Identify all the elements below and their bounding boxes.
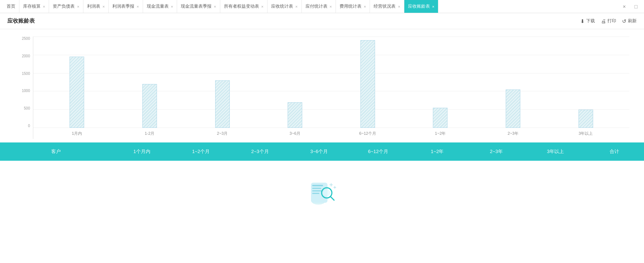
tab-利润表季报[interactable]: 利润表季报 × bbox=[109, 0, 143, 13]
tab-close-icon[interactable]: × bbox=[214, 4, 216, 9]
y-label-2500: 2500 bbox=[22, 37, 30, 41]
tab-label: 利润表季报 bbox=[112, 3, 134, 9]
tab-应收统计表[interactable]: 应收统计表 × bbox=[267, 0, 302, 13]
print-button[interactable]: 🖨 打印 bbox=[601, 18, 616, 24]
tab-close-icon[interactable]: × bbox=[295, 4, 297, 9]
tab-close-icon[interactable]: × bbox=[136, 4, 139, 9]
tab-label: 应收统计表 bbox=[271, 3, 293, 9]
x-labels: 1月内1-2月2~3月3~6月6~12个月1~2年2~3年3年以上 bbox=[33, 128, 629, 139]
tab-费用统计表[interactable]: 费用统计表 × bbox=[336, 0, 370, 13]
download-button[interactable]: ⬇ 下载 bbox=[580, 18, 595, 24]
svg-point-7 bbox=[323, 189, 330, 197]
bars-row bbox=[33, 37, 629, 128]
refresh-button[interactable]: ↺ 刷新 bbox=[622, 18, 637, 24]
tab-close-active-icon[interactable]: × bbox=[432, 4, 434, 9]
bar-group-1 bbox=[142, 84, 157, 128]
tab-资产负债表[interactable]: 资产负债表 × bbox=[49, 0, 83, 13]
tab-close-icon[interactable]: × bbox=[364, 4, 366, 9]
tab-label: 资产负债表 bbox=[53, 3, 75, 9]
content-area: 2500 2000 1500 1000 500 0 bbox=[0, 29, 644, 263]
tab-close-icon[interactable]: × bbox=[398, 4, 400, 9]
th-month36: 3~6个月 bbox=[289, 148, 348, 155]
y-axis: 2500 2000 1500 1000 500 0 bbox=[15, 37, 33, 128]
tab-bar: 首页 库存核算 × 资产负债表 × 利润表 × 利润表季报 × 现金流量表 × … bbox=[0, 0, 644, 13]
y-label-0: 0 bbox=[28, 124, 30, 128]
tab-label: 经营状况表 bbox=[374, 3, 396, 9]
download-icon: ⬇ bbox=[580, 18, 585, 24]
window-maximize-button[interactable]: □ bbox=[631, 1, 641, 12]
x-label-7: 3年以上 bbox=[575, 131, 597, 136]
tab-label: 应付统计表 bbox=[306, 3, 327, 9]
bar-6 bbox=[506, 89, 520, 128]
tab-label: 现金流量表季报 bbox=[181, 3, 211, 9]
tab-所有者权益变动表[interactable]: 所有者权益变动表 × bbox=[220, 0, 267, 13]
table-header: 客户 1个月内 1~2个月 2~3个月 3~6个月 6~12个月 1~2年 2~… bbox=[0, 142, 644, 161]
x-label-6: 2~3年 bbox=[502, 131, 524, 136]
x-label-2: 2~3月 bbox=[211, 131, 233, 136]
th-month1: 1个月内 bbox=[112, 148, 171, 155]
tab-现金流量表[interactable]: 现金流量表 × bbox=[143, 0, 177, 13]
tab-label: 费用统计表 bbox=[340, 3, 362, 9]
y-label-1500: 1500 bbox=[22, 72, 30, 76]
y-label-500: 500 bbox=[24, 106, 30, 110]
tab-label: 利润表 bbox=[87, 3, 100, 9]
th-month612: 6~12个月 bbox=[349, 148, 408, 155]
th-total: 合计 bbox=[585, 148, 644, 155]
tab-现金流量表季报[interactable]: 现金流量表季报 × bbox=[177, 0, 220, 13]
download-label: 下载 bbox=[586, 18, 595, 24]
x-label-1: 1-2月 bbox=[139, 131, 161, 136]
bar-group-0 bbox=[70, 57, 84, 128]
page-header: 应收账龄表 ⬇ 下载 🖨 打印 ↺ 刷新 bbox=[0, 13, 644, 29]
tab-label: 现金流量表 bbox=[147, 3, 169, 9]
tab-close-icon[interactable]: × bbox=[171, 4, 173, 9]
tab-close-icon[interactable]: × bbox=[77, 4, 79, 9]
svg-rect-2 bbox=[312, 185, 323, 186]
bar-4 bbox=[360, 40, 375, 128]
tab-close-icon[interactable]: × bbox=[102, 4, 105, 9]
x-label-3: 3~6月 bbox=[284, 131, 306, 136]
th-customer: 客户 bbox=[0, 148, 112, 155]
th-yearplus: 3年以上 bbox=[526, 148, 585, 155]
tab-close-icon[interactable]: × bbox=[330, 4, 332, 9]
tab-label: 应收账龄表 bbox=[408, 3, 430, 9]
bar-group-5 bbox=[433, 108, 448, 128]
tab-库存核算[interactable]: 库存核算 × bbox=[19, 0, 49, 13]
svg-rect-4 bbox=[312, 190, 322, 191]
print-label: 打印 bbox=[607, 18, 616, 24]
tab-应付统计表[interactable]: 应付统计表 × bbox=[302, 0, 336, 13]
tab-label: 所有者权益变动表 bbox=[224, 3, 259, 9]
tab-经营状况表[interactable]: 经营状况表 × bbox=[370, 0, 404, 13]
bar-chart: 2500 2000 1500 1000 500 0 bbox=[15, 37, 629, 139]
empty-icon bbox=[306, 175, 338, 208]
bar-group-6 bbox=[506, 89, 520, 128]
chart-body: 1月内1-2月2~3月3~6月6~12个月1~2年2~3年3年以上 bbox=[33, 37, 629, 139]
x-label-4: 6~12个月 bbox=[357, 131, 379, 136]
print-icon: 🖨 bbox=[601, 18, 606, 24]
x-label-0: 1月内 bbox=[66, 131, 88, 136]
bar-7 bbox=[579, 110, 593, 128]
tab-应收账龄表[interactable]: 应收账龄表 × bbox=[404, 0, 438, 13]
bar-1 bbox=[142, 84, 157, 128]
y-label-2000: 2000 bbox=[22, 54, 30, 58]
empty-state bbox=[0, 161, 644, 223]
refresh-icon: ↺ bbox=[622, 18, 626, 24]
bar-2 bbox=[215, 80, 230, 128]
page-title: 应收账龄表 bbox=[7, 18, 35, 24]
bar-group-3 bbox=[288, 102, 302, 128]
tab-利润表[interactable]: 利润表 × bbox=[83, 0, 109, 13]
th-year12: 1~2年 bbox=[408, 148, 467, 155]
window-controls: × □ bbox=[619, 1, 641, 12]
tab-close-icon[interactable]: × bbox=[43, 4, 45, 9]
window-close-button[interactable]: × bbox=[619, 1, 629, 12]
x-label-5: 1~2年 bbox=[429, 131, 451, 136]
th-month23: 2~3个月 bbox=[231, 148, 289, 155]
tab-home[interactable]: 首页 bbox=[3, 0, 19, 13]
tab-close-icon[interactable]: × bbox=[261, 4, 263, 9]
th-year23: 2~3年 bbox=[467, 148, 526, 155]
bar-3 bbox=[288, 102, 302, 128]
bar-group-4 bbox=[360, 40, 375, 128]
svg-rect-5 bbox=[312, 193, 319, 194]
tab-label: 库存核算 bbox=[23, 3, 41, 9]
refresh-label: 刷新 bbox=[628, 18, 637, 24]
header-actions: ⬇ 下载 🖨 打印 ↺ 刷新 bbox=[580, 18, 637, 24]
